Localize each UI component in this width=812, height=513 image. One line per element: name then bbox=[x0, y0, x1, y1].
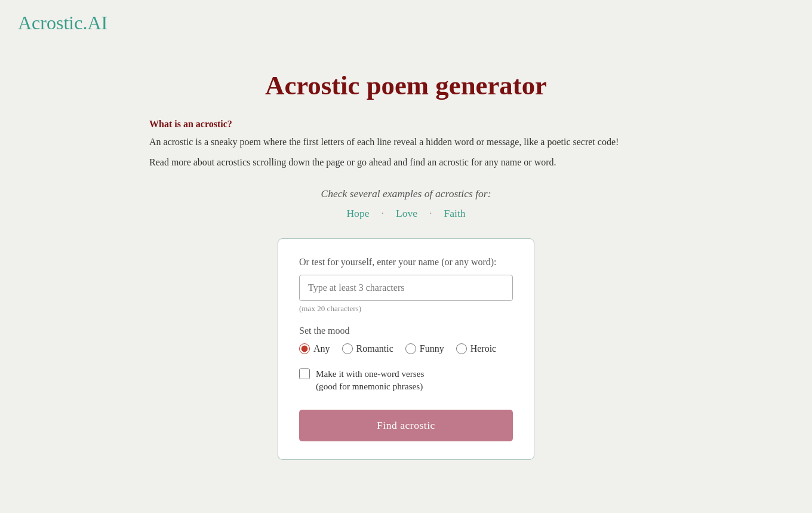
examples-label: Check several examples of acrostics for: bbox=[149, 188, 663, 200]
example-links-container: Hope · Love · Faith bbox=[149, 207, 663, 220]
mood-options-container: Any Romantic Funny Heroic bbox=[299, 343, 513, 354]
example-link-faith[interactable]: Faith bbox=[444, 207, 465, 220]
mood-option-heroic[interactable]: Heroic bbox=[456, 343, 497, 354]
form-card: Or test for yourself, enter your name (o… bbox=[278, 238, 534, 460]
what-is-heading: What is an acrostic? bbox=[149, 119, 663, 130]
max-chars-note: (max 20 characters) bbox=[299, 304, 513, 314]
what-is-line2: Read more about acrostics scrolling down… bbox=[149, 155, 663, 170]
form-prompt-label: Or test for yourself, enter your name (o… bbox=[299, 257, 513, 268]
separator-2: · bbox=[429, 207, 432, 220]
mood-label-funny: Funny bbox=[420, 343, 444, 354]
what-is-section: What is an acrostic? An acrostic is a sn… bbox=[149, 119, 663, 170]
mood-radio-funny[interactable] bbox=[405, 343, 416, 354]
mood-label-romantic: Romantic bbox=[356, 343, 393, 354]
mood-option-funny[interactable]: Funny bbox=[405, 343, 444, 354]
one-word-line1: Make it with one-word verses bbox=[316, 368, 424, 379]
site-logo[interactable]: Acrostic.AI bbox=[18, 12, 107, 33]
example-link-love[interactable]: Love bbox=[396, 207, 417, 220]
one-word-checkbox[interactable] bbox=[299, 368, 310, 379]
mood-label: Set the mood bbox=[299, 325, 513, 336]
find-acrostic-button[interactable]: Find acrostic bbox=[299, 410, 513, 441]
what-is-line1: An acrostic is a sneaky poem where the f… bbox=[149, 134, 663, 150]
mood-label-any: Any bbox=[313, 343, 330, 354]
one-word-label: Make it with one-word verses (good for m… bbox=[316, 367, 424, 393]
one-word-option[interactable]: Make it with one-word verses (good for m… bbox=[299, 367, 513, 393]
mood-option-romantic[interactable]: Romantic bbox=[342, 343, 393, 354]
example-link-hope[interactable]: Hope bbox=[346, 207, 369, 220]
mood-label-heroic: Heroic bbox=[470, 343, 497, 354]
mood-option-any[interactable]: Any bbox=[299, 343, 330, 354]
mood-radio-any[interactable] bbox=[299, 343, 310, 354]
separator-1: · bbox=[381, 207, 383, 220]
page-title: Acrostic poem generator bbox=[149, 70, 663, 101]
mood-radio-heroic[interactable] bbox=[456, 343, 467, 354]
one-word-line2: (good for mnemonic phrases) bbox=[316, 381, 423, 391]
mood-radio-romantic[interactable] bbox=[342, 343, 353, 354]
name-input[interactable] bbox=[299, 275, 513, 301]
examples-section: Check several examples of acrostics for:… bbox=[149, 188, 663, 220]
